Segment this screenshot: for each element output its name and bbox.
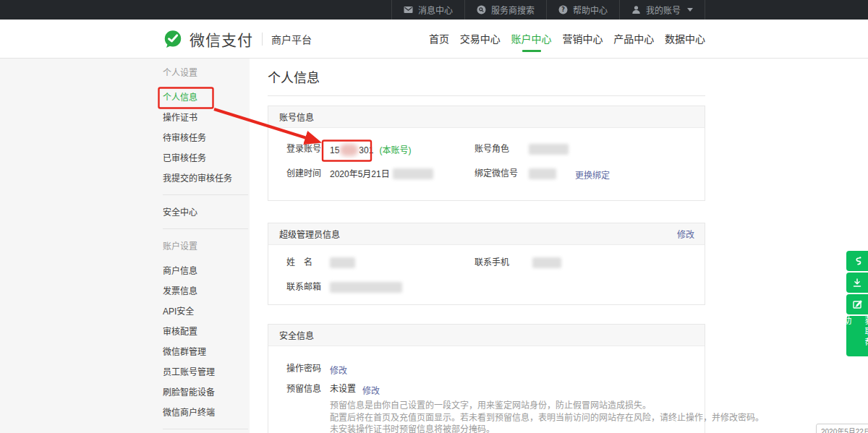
redacted-blur [532,257,561,268]
account-icon [631,5,641,14]
page-title: 个人信息 [268,72,320,85]
super-admin-card: 超级管理员信息 修改 姓 名 联系手机 联系邮箱 [268,223,705,305]
date-widget: 2020年5月22日 [816,424,868,433]
divider [163,228,248,229]
reserved-modify-link[interactable]: 修改 [362,384,380,396]
nav-item-account-center[interactable]: 账户中心 [511,34,552,44]
sidebar-item-review-config[interactable]: 审核配置 [163,327,248,336]
bound-wechat-label: 绑定微信号 [475,168,518,179]
sidebar-item-personal-info[interactable]: 个人信息 [163,93,248,102]
nav-item-product-center[interactable]: 产品中心 [613,34,654,44]
sidebar-item-api-security[interactable]: API安全 [163,307,248,316]
divider [268,95,705,96]
nav-item-home[interactable]: 首页 [429,34,449,44]
rebind-link[interactable]: 更换绑定 [575,168,610,181]
redacted-blur [340,144,358,156]
topbar-item-help-center[interactable]: ? 帮助中心 [546,0,619,20]
topbar: 消息中心 服务商搜索 ? 帮助中心 我的账号 [0,0,868,20]
admin-modify-link[interactable]: 修改 [677,228,694,240]
feedback-button[interactable] [846,294,868,314]
login-prefix: 15 [330,145,339,155]
header: 微信支付 商户平台 首页 交易中心 账户中心 营销中心 产品中心 数据中心 [0,20,868,59]
admin-email-value [330,282,402,293]
security-info-card: 安全信息 操作密码 修改 预留信息 未设置 修改 预留信息是由你自己设置的一段文… [268,324,705,433]
topbar-item-my-account[interactable]: 我的账号 [619,0,705,20]
topbar-item-provider-search[interactable]: 服务商搜索 [464,0,546,20]
description-line: 配置后将在首页及充值页面显示。若未看到预留信息，表明当前访问的网站存在风险，请终… [330,412,692,424]
service-icon [851,255,863,267]
description-line: 未安装操作证书时预留信息将被部分掩码。 [330,424,692,433]
super-admin-card-header: 超级管理员信息 修改 [268,223,705,245]
get-help-button[interactable]: 获取帮助 [846,316,868,356]
floating-help-bar: 获取帮助 [846,251,868,356]
password-modify-link[interactable]: 修改 [330,364,347,376]
redacted-blur [529,144,569,155]
description-line: 预留信息是由你自己设置的一段文字，用来鉴定网站身份，防止假冒网站造成损失。 [330,400,692,412]
sidebar-group-account-settings: 账户设置 [163,242,248,251]
redacted-blur [330,257,355,268]
sidebar: 个人设置 个人信息 操作证书 待审核任务 已审核任务 我提交的审核任务 安全中心… [0,59,250,433]
account-info-card: 账号信息 登录账号 15301(本账号) 账号角色 创建时间 2020年5月21… [268,106,705,201]
admin-email-label: 联系邮箱 [286,282,321,293]
nav-item-data-center[interactable]: 数据中心 [665,34,705,44]
sidebar-item-operation-cert[interactable]: 操作证书 [163,113,248,122]
admin-phone-label: 联系手机 [475,257,509,268]
topbar-item-message-center[interactable]: 消息中心 [391,0,464,20]
divider [163,429,248,429]
main-nav: 首页 交易中心 账户中心 营销中心 产品中心 数据中心 [429,20,705,59]
topbar-item-label: 消息中心 [418,4,453,16]
sidebar-item-invoice-info[interactable]: 发票信息 [163,287,248,296]
svg-text:?: ? [561,7,565,13]
admin-phone-value [532,257,561,269]
account-role-value [529,144,569,155]
feedback-icon [851,299,863,310]
sidebar-item-wechat-group-mgmt[interactable]: 微信群管理 [163,348,248,356]
portal-name: 商户平台 [271,32,312,46]
section-title: 账号信息 [279,111,314,123]
merchant-platform-page: 消息中心 服务商搜索 ? 帮助中心 我的账号 [0,0,868,433]
message-icon [404,5,413,14]
account-info-card-header: 账号信息 [268,106,705,128]
divider [262,33,263,46]
sidebar-item-my-submitted-tasks[interactable]: 我提交的审核任务 [163,174,248,183]
download-button[interactable] [846,273,868,293]
sidebar-menu: 个人设置 个人信息 操作证书 待审核任务 已审核任务 我提交的审核任务 安全中心… [163,69,248,433]
sidebar-item-pending-review-tasks[interactable]: 待审核任务 [163,134,248,142]
login-account-label: 登录账号 [286,144,321,155]
nav-item-marketing-center[interactable]: 营销中心 [562,34,603,44]
login-account-value: 15301(本账号) [330,144,411,156]
operation-password-label: 操作密码 [286,364,321,374]
security-info-card-header: 安全信息 [268,325,705,346]
search-icon [477,5,486,14]
reserved-info-status: 未设置 [330,384,356,395]
download-icon [851,277,863,288]
sidebar-item-face-device[interactable]: 刷脸智能设备 [163,388,248,397]
divider [163,194,248,195]
created-time-label: 创建时间 [286,168,321,179]
admin-name-value [330,257,355,269]
admin-name-label: 姓 名 [286,257,312,268]
sidebar-item-staff-account-mgmt[interactable]: 员工账号管理 [163,368,248,377]
service-button[interactable] [846,251,868,271]
nav-item-transaction-center[interactable]: 交易中心 [460,34,501,44]
current-account-tag: (本账号) [379,145,411,155]
created-time-value: 2020年5月21日 [330,168,433,180]
sidebar-item-security-center[interactable]: 安全中心 [163,208,248,217]
created-date: 2020年5月21日 [330,169,390,179]
login-suffix: 301 [359,145,373,155]
topbar-item-label: 帮助中心 [573,4,608,16]
brand-name: 微信支付 [190,28,253,50]
section-title: 安全信息 [279,329,314,341]
redacted-blur [529,168,556,179]
sidebar-item-merchant-info[interactable]: 商户信息 [163,267,248,275]
topbar-item-label: 我的账号 [646,4,681,16]
caret-down-icon [687,8,693,12]
sidebar-item-reviewed-tasks[interactable]: 已审核任务 [163,154,248,163]
reserved-info-label: 预留信息 [286,384,321,395]
help-icon: ? [558,5,568,14]
brand[interactable]: 微信支付 商户平台 [163,20,312,59]
account-role-label: 账号角色 [475,144,509,155]
redacted-blur [393,168,433,179]
topbar-item-label: 服务商搜索 [491,4,535,16]
sidebar-item-merchant-terminal[interactable]: 微信商户终端 [163,408,248,417]
